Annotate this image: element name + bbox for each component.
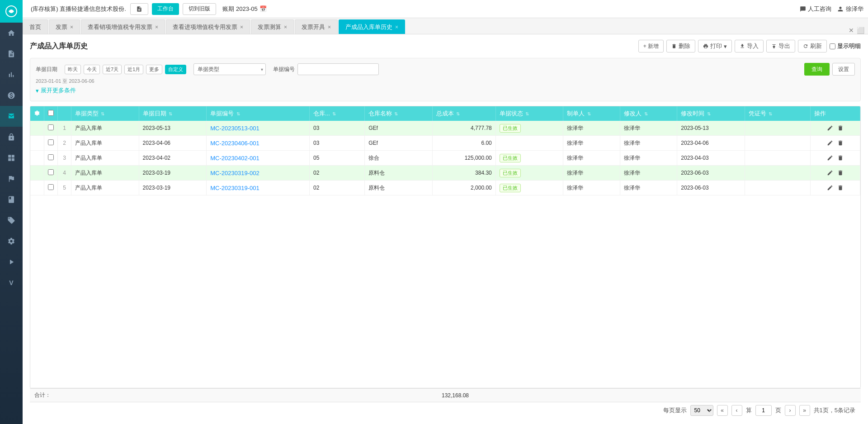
doc-number-link[interactable]: MC-20230406-001: [210, 140, 259, 147]
edit-icon[interactable]: [826, 138, 835, 148]
tab-invoice-calc[interactable]: 发票测算 ×: [251, 19, 294, 34]
date-today[interactable]: 今天: [84, 65, 100, 74]
last-page-button[interactable]: »: [799, 405, 810, 416]
tab-product-inbound-close[interactable]: ×: [395, 24, 398, 30]
tab-purchase-vat-close[interactable]: ×: [240, 24, 243, 30]
row-checkbox-cell[interactable]: [44, 151, 58, 166]
tab-invoice-open-close[interactable]: ×: [328, 24, 331, 30]
col-doc-number[interactable]: 单据编号 ⇅: [207, 106, 310, 121]
tab-invoice[interactable]: 发票 ×: [49, 19, 80, 34]
row-checkbox-cell[interactable]: [44, 121, 58, 136]
delete-icon[interactable]: [836, 124, 845, 133]
user-menu[interactable]: 徐泽华: [837, 5, 863, 13]
row-doc-number[interactable]: MC-20230406-001: [207, 136, 310, 151]
prev-button[interactable]: 切到旧版: [183, 3, 216, 15]
page-number-input[interactable]: [755, 405, 772, 416]
tab-home[interactable]: 首页: [23, 19, 48, 34]
col-modifier[interactable]: 修改人 ⇅: [620, 106, 677, 121]
col-doc-type[interactable]: 单据类型 ⇅: [71, 106, 139, 121]
app-logo[interactable]: [0, 0, 23, 23]
new-button[interactable]: + 新增: [638, 40, 664, 52]
export-button[interactable]: 导出: [766, 40, 795, 52]
sidebar-item-play[interactable]: [0, 252, 23, 272]
row-checkbox-cell[interactable]: [44, 181, 58, 195]
doc-number-link[interactable]: MC-20230513-001: [210, 125, 259, 132]
date-yesterday[interactable]: 昨天: [65, 65, 81, 74]
sidebar-item-inventory[interactable]: [0, 106, 23, 127]
sidebar-item-book[interactable]: [0, 189, 23, 210]
setting-button[interactable]: 设置: [832, 63, 855, 76]
select-all-checkbox[interactable]: [48, 110, 54, 116]
tab-expand[interactable]: ⬜: [857, 27, 864, 34]
display-detail-toggle[interactable]: 显示明细: [830, 42, 861, 50]
edit-icon[interactable]: [826, 153, 835, 162]
tab-invoice-calc-close[interactable]: ×: [284, 24, 287, 30]
doc-number-link[interactable]: MC-20230319-001: [210, 185, 259, 191]
row-checkbox[interactable]: [48, 184, 54, 190]
tab-close-all[interactable]: ✕: [849, 27, 854, 34]
row-doc-number[interactable]: MC-20230319-002: [207, 166, 310, 181]
tab-product-inbound[interactable]: 产成品入库单历史 ×: [339, 19, 405, 34]
row-checkbox-cell[interactable]: [44, 166, 58, 181]
display-detail-checkbox[interactable]: [830, 43, 835, 49]
doc-button[interactable]: [130, 3, 148, 15]
row-doc-number[interactable]: MC-20230402-001: [207, 151, 310, 166]
col-settings[interactable]: [30, 106, 44, 121]
sidebar-item-chart[interactable]: [0, 64, 23, 85]
row-checkbox[interactable]: [48, 154, 54, 160]
delete-icon[interactable]: [836, 183, 845, 192]
per-page-select[interactable]: 20 50 100: [690, 405, 713, 416]
row-doc-number[interactable]: MC-20230319-001: [207, 181, 310, 195]
refresh-button[interactable]: 刷新: [798, 40, 827, 52]
doc-type-select[interactable]: 单据类型: [193, 63, 266, 75]
delete-icon[interactable]: [836, 168, 845, 177]
delete-button[interactable]: 删除: [666, 40, 695, 52]
tab-sales-vat[interactable]: 查看销项增值税专用发票 ×: [81, 19, 165, 34]
col-checkbox[interactable]: [44, 106, 58, 121]
delete-icon[interactable]: [836, 138, 845, 148]
sidebar-item-money[interactable]: [0, 85, 23, 106]
app-selector[interactable]: (库存核算) 直播轻捷通信息技术股份... ▾: [27, 5, 127, 13]
row-checkbox-cell[interactable]: [44, 136, 58, 151]
sidebar-item-flag[interactable]: [0, 168, 23, 189]
prev-page-button[interactable]: ‹: [731, 405, 742, 416]
row-checkbox[interactable]: [48, 124, 54, 130]
date-7days[interactable]: 近7天: [103, 65, 122, 74]
sidebar-item-home[interactable]: [0, 23, 23, 43]
row-doc-number[interactable]: MC-20230513-001: [207, 121, 310, 136]
query-button[interactable]: 查询: [804, 63, 830, 76]
tab-invoice-open[interactable]: 发票开具 ×: [295, 19, 338, 34]
ai-consult[interactable]: 人工咨询: [800, 5, 831, 13]
date-more[interactable]: 更多: [146, 65, 162, 74]
row-checkbox[interactable]: [48, 169, 54, 175]
col-doc-status[interactable]: 单据状态 ⇅: [495, 106, 563, 121]
edit-icon[interactable]: [826, 183, 835, 192]
tab-sales-vat-close[interactable]: ×: [155, 24, 158, 30]
date-1month[interactable]: 近1月: [124, 65, 143, 74]
sidebar-item-lock[interactable]: [0, 127, 23, 148]
tab-purchase-vat[interactable]: 查看进项增值税专用发票 ×: [166, 19, 250, 34]
import-button[interactable]: 导入: [735, 40, 764, 52]
col-doc-date[interactable]: 单据日期 ⇅: [139, 106, 207, 121]
doc-number-link[interactable]: MC-20230319-002: [210, 170, 259, 176]
workbench-button[interactable]: 工作台: [152, 3, 179, 15]
print-button[interactable]: 打印 ▾: [698, 40, 732, 52]
edit-icon[interactable]: [826, 168, 835, 177]
doc-number-link[interactable]: MC-20230402-001: [210, 155, 259, 162]
col-creator[interactable]: 制单人 ⇅: [563, 106, 620, 121]
sidebar-item-stamp[interactable]: [0, 210, 23, 231]
col-total-cost[interactable]: 总成本 ⇅: [432, 106, 495, 121]
col-modify-time[interactable]: 修改时间 ⇅: [677, 106, 745, 121]
col-warehouse-code[interactable]: 仓库... ⇅: [310, 106, 365, 121]
edit-icon[interactable]: [826, 124, 835, 133]
tab-invoice-close[interactable]: ×: [70, 24, 73, 30]
doc-number-input[interactable]: [297, 63, 379, 75]
delete-icon[interactable]: [836, 153, 845, 162]
expand-filter-btn[interactable]: ▾ 展开更多条件: [36, 85, 855, 96]
next-page-button[interactable]: ›: [785, 405, 796, 416]
sidebar-item-grid[interactable]: [0, 148, 23, 168]
calendar-icon[interactable]: 📅: [259, 5, 267, 12]
sidebar-item-doc[interactable]: [0, 43, 23, 64]
col-warehouse-name[interactable]: 仓库名称 ⇅: [365, 106, 433, 121]
col-voucher-no[interactable]: 凭证号 ⇅: [745, 106, 810, 121]
